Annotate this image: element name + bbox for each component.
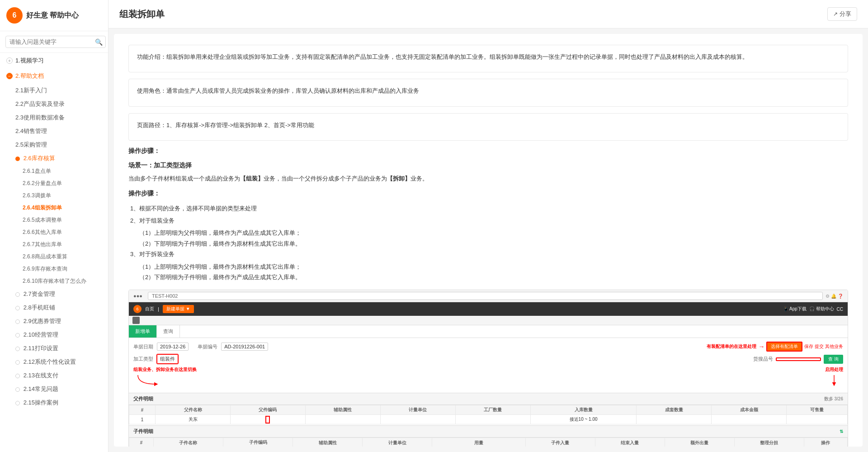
mock-date-label: 单据日期: [133, 343, 153, 350]
mock-parent-section-header: 父件明细 数多 3/26: [129, 393, 848, 405]
mock-th-factory-qty: 工厂数量: [455, 405, 530, 415]
sidebar-item-inventory[interactable]: 2.6库存核算: [9, 152, 108, 165]
expand-icon: +: [6, 57, 13, 64]
sidebar-item-mobile[interactable]: 2.8手机旺铺: [9, 301, 108, 314]
role-desc-box: 使用角色：通常由生产人员或库管人员完成拆装业务的操作，库管人员确认原材料的出库和…: [128, 79, 848, 106]
mock-no-input[interactable]: AD-20191226-001: [221, 343, 268, 351]
sidebar-item-purchase[interactable]: 2.5采购管理: [9, 138, 108, 152]
ann3-group: 启用处理: [825, 366, 843, 386]
sidebar-item-inv7[interactable]: 2.6.7其他出库单: [16, 238, 108, 251]
collapse-icon: −: [6, 73, 13, 79]
mock-th-avail: 可售量: [787, 405, 848, 415]
mock-date-input[interactable]: 2019-12-26: [157, 343, 189, 351]
sidebar-item-faq[interactable]: 2.14常见问题: [9, 382, 108, 396]
mock-parent-table: # 父件名称 父件编码 辅助属性 计量单位 工厂数量 入库数量 成套数量 成本金…: [129, 405, 848, 424]
mock-th-cost: 成本金额: [712, 405, 787, 415]
sidebar-item-custom[interactable]: 2.12系统个性化设置: [9, 355, 108, 369]
expand-dot3: [15, 319, 20, 324]
docs-sub-items: 2.1新手入门 2.2产品安装及登录 2.3使用前数据准备 2.4销售管理 2.…: [0, 84, 108, 409]
mock-child-table-wrapper: # 子件名称 子件编码 辅助属性 计量单位 用量 子件入量 结束入量 额外出量 …: [129, 438, 848, 447]
sidebar-item-sales[interactable]: 2.4销售管理: [9, 124, 108, 138]
expand-dot: [15, 292, 20, 297]
sidebar-item-ops[interactable]: 2.10经营管理: [9, 328, 108, 342]
sidebar-item-inv2[interactable]: 2.6.2分量盘点单: [16, 177, 108, 190]
sidebar-item-inv10[interactable]: 2.6.10库存账本错了怎么办: [16, 275, 108, 287]
share-button[interactable]: ↗ 分享: [827, 7, 857, 21]
nav-group-video: + 1.视频学习: [0, 53, 108, 68]
mock-screen: ●●● TEST-H002 ⚙ 🔔 ❓ 6 自页 | 新建单据 ▼ 📱 App下…: [129, 290, 848, 447]
mock-section-child-label: 子件明细: [133, 428, 153, 435]
sidebar-item-finance[interactable]: 2.7资金管理: [9, 287, 108, 301]
expand-dot8: [15, 387, 20, 392]
mock-qty-label: 数多 3/26: [824, 396, 843, 402]
mock-close-icon: ●●●: [133, 293, 142, 299]
mock-form-row2: 加工类型 组装件 货搜品号 查 询: [133, 354, 843, 364]
mock-app-header: 6 自页 | 新建单据 ▼ 📱 App下载 🎧 帮助中心 CC: [129, 302, 848, 316]
mock-th-parent-name: 父件名称: [156, 405, 231, 415]
mock-nav-icons: ⚙ 🔔 ❓: [826, 294, 843, 299]
step1: 1、根据不同的业务，选择不同单据的类型来处理: [130, 203, 848, 214]
sidebar-item-inv9[interactable]: 2.6.9库存账本查询: [16, 263, 108, 275]
expand-dot2: [15, 306, 20, 310]
arrow1: →: [758, 343, 764, 350]
sidebar-item-inv3[interactable]: 2.6.3调拨单: [16, 190, 108, 202]
sidebar-item-video[interactable]: + 1.视频学习: [0, 53, 108, 68]
expand-dot7: [15, 374, 20, 378]
annotation23-area: 组装业务、拆卸业务在这里切换 启用处理: [133, 366, 843, 386]
inventory-sub-items: 2.6.1盘点单 2.6.2分量盘点单 2.6.3调拨单 2.6.4组装拆卸单 …: [9, 165, 108, 287]
ops-title: 操作步骤：: [128, 147, 848, 155]
mock-app-right: 📱 App下载 🎧 帮助中心 CC: [783, 306, 843, 312]
sidebar-item-inv8[interactable]: 2.6.8商品成本重算: [16, 251, 108, 263]
mock-expand-icon[interactable]: ⇅: [840, 429, 843, 434]
path-desc: 页面路径：1、库存核算->库存管理->组装拆卸单 2、首页->常用功能: [137, 120, 840, 130]
mock-tab-query[interactable]: 查询: [157, 325, 180, 338]
sidebar-item-install[interactable]: 2.2产品安装及登录: [9, 97, 108, 111]
step2-sub2: （2）下部明细为子件明细，最终作为原材料生成其它出库单。: [139, 238, 848, 249]
mock-th-parent-code: 父件编码: [231, 405, 306, 415]
sidebar-item-video-label: 1.视频学习: [15, 57, 44, 65]
mock-sub-nav: [129, 316, 848, 325]
mock-search-label: 货搜品号: [753, 356, 773, 362]
sidebar-item-inv5[interactable]: 2.6.5成本调整单: [16, 214, 108, 226]
annotation1-area: 有装配清单的在这里处理 → 选择有配清单 保存 提交 其他业务: [707, 342, 843, 352]
search-button[interactable]: 🔍: [95, 38, 103, 46]
ann3-arrow: [825, 373, 843, 386]
search-input[interactable]: [5, 36, 106, 48]
screenshot-container: ●●● TEST-H002 ⚙ 🔔 ❓ 6 自页 | 新建单据 ▼ 📱 App下…: [128, 290, 848, 447]
sidebar-item-print[interactable]: 2.11打印设置: [9, 342, 108, 355]
annotation1-text: 有装配清单的在这里处理: [707, 343, 756, 350]
mock-app-name: 自页: [145, 306, 154, 312]
mock-select-bom-btn[interactable]: 选择有配清单: [766, 342, 802, 352]
mock-type-label: 加工类型: [133, 356, 153, 362]
mock-search-input[interactable]: [776, 357, 821, 361]
page-title: 组装拆卸单: [119, 8, 165, 20]
mock-search-btn[interactable]: 查 询: [824, 355, 843, 364]
mock-section-parent-label: 父件明细: [133, 395, 153, 402]
sidebar-item-data[interactable]: 2.3使用前数据准备: [9, 111, 108, 124]
sidebar-item-pay[interactable]: 2.13在线支付: [9, 369, 108, 382]
scene1-desc: 当由多个子件材料组装成一个成品的业务为【组装】业务，当由一个父件拆分成多个子产品…: [128, 173, 848, 184]
sidebar-item-coupon[interactable]: 2.9优惠券管理: [9, 314, 108, 328]
mock-tab-new[interactable]: 新增单: [129, 325, 157, 338]
expand-dot9: [15, 401, 20, 405]
logo-area: 6 好生意 帮助中心: [0, 0, 108, 31]
logo-text: 好生意 帮助中心: [26, 11, 79, 20]
expand-dot4: [15, 333, 20, 338]
sidebar-item-inv4[interactable]: 2.6.4组装拆卸单: [16, 202, 108, 214]
sidebar-item-inv1[interactable]: 2.6.1盘点单: [16, 165, 108, 177]
mock-th-unit: 计量单位: [380, 405, 455, 415]
mock-type-input[interactable]: 组装件: [157, 354, 178, 364]
mock-new-btn[interactable]: 新建单据 ▼: [163, 305, 194, 313]
content-area: 功能介绍：组装拆卸单用来处理企业组装或拆卸等加工业务，支持有固定装配清单的产品加…: [114, 34, 863, 447]
mock-app-rt1: 📱 App下载: [783, 306, 807, 312]
mock-app-logo: 6: [133, 305, 142, 313]
sidebar-item-cases[interactable]: 2.15操作案例: [9, 396, 108, 409]
step-list: 1、根据不同的业务，选择不同单据的类型来处理 2、对于组装业务 （1）上部明细为…: [130, 203, 848, 283]
mock-form-area: 单据日期 2019-12-26 单据编号 AD-20191226-001 有装配…: [129, 338, 848, 393]
sidebar-item-inv6[interactable]: 2.6.6其他入库单: [16, 226, 108, 238]
role-desc: 使用角色：通常由生产人员或库管人员完成拆装业务的操作，库管人员确认原材料的出库和…: [137, 86, 840, 96]
sidebar-item-new[interactable]: 2.1新手入门: [9, 84, 108, 97]
sidebar-item-docs[interactable]: − 2.帮助文档: [0, 68, 108, 84]
feature-intro-box: 功能介绍：组装拆卸单用来处理企业组装或拆卸等加工业务，支持有固定装配清单的产品加…: [128, 45, 848, 72]
step2-sub1: （1）上部明细为父件明细，最终作为产成品生成其它入库单；: [139, 228, 848, 238]
